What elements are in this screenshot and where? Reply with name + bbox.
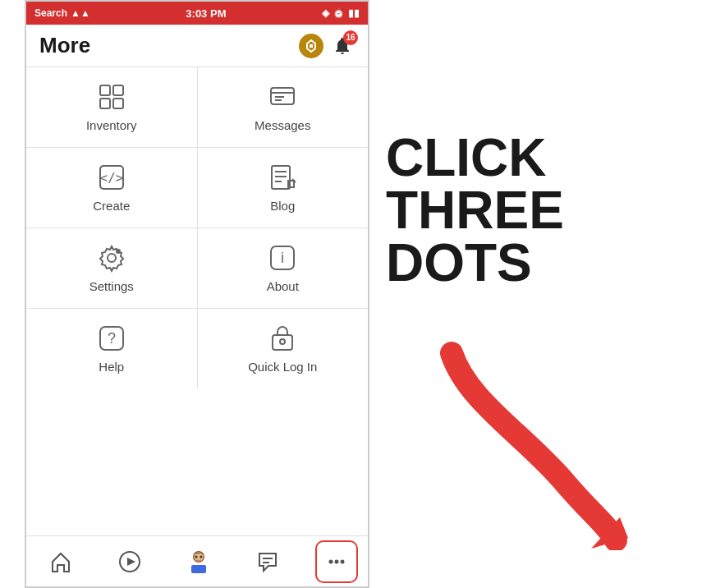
- signal-icon: ▲▲: [71, 7, 90, 19]
- svg-point-34: [335, 559, 339, 563]
- battery-icon: ▮▮: [348, 7, 360, 19]
- svg-text:i: i: [281, 250, 284, 266]
- home-icon: [49, 550, 72, 573]
- status-bar-right: ◈ ⏰ ▮▮: [322, 7, 360, 19]
- help-icon: ?: [97, 324, 126, 353]
- avatar-icon: [186, 549, 212, 575]
- svg-rect-22: [273, 335, 292, 350]
- create-icon: </>: [97, 163, 126, 192]
- page-title: More: [39, 33, 90, 58]
- help-label: Help: [99, 360, 124, 374]
- svg-text:</>: </>: [99, 170, 123, 186]
- status-bar: Search ▲▲ 3:03 PM ◈ ⏰ ▮▮: [26, 2, 368, 25]
- svg-text:?: ?: [108, 330, 116, 347]
- svg-rect-3: [113, 85, 123, 95]
- nav-play[interactable]: [108, 540, 151, 583]
- nav-home[interactable]: [39, 540, 82, 583]
- annotation-overlay: CLICK THREE DOTS: [378, 66, 690, 558]
- svg-rect-2: [100, 85, 110, 95]
- nav-avatar[interactable]: [177, 540, 220, 583]
- settings-icon: [97, 243, 126, 273]
- about-label: About: [267, 279, 299, 293]
- menu-item-messages[interactable]: Messages: [198, 67, 369, 147]
- phone-frame: Search ▲▲ 3:03 PM ◈ ⏰ ▮▮ More 16: [25, 0, 369, 588]
- status-bar-left: Search ▲▲: [34, 7, 90, 19]
- search-label: Search: [34, 7, 67, 19]
- notification-badge: 16: [343, 30, 358, 45]
- status-bar-time: 3:03 PM: [186, 7, 226, 20]
- annotation-arrow: [402, 337, 649, 550]
- svg-rect-4: [100, 99, 110, 108]
- menu-item-about[interactable]: i About: [198, 228, 369, 308]
- more-dots-icon: [325, 550, 348, 573]
- robux-icon[interactable]: [299, 34, 323, 58]
- svg-marker-36: [591, 517, 628, 549]
- menu-item-settings[interactable]: Settings: [26, 228, 197, 308]
- svg-point-29: [195, 555, 198, 558]
- blog-label: Blog: [270, 199, 295, 213]
- menu-item-inventory[interactable]: Inventory: [26, 67, 197, 147]
- quicklogin-icon: [268, 324, 297, 353]
- svg-point-35: [341, 559, 345, 563]
- svg-point-33: [329, 559, 333, 563]
- settings-label: Settings: [89, 279, 134, 293]
- quicklogin-label: Quick Log In: [248, 360, 317, 374]
- inventory-icon: [97, 82, 126, 112]
- menu-item-quicklogin[interactable]: Quick Log In: [198, 309, 369, 388]
- nav-more[interactable]: [315, 540, 358, 583]
- notification-icon[interactable]: 16: [330, 34, 355, 58]
- bottom-nav: [26, 535, 369, 586]
- blog-icon: [268, 163, 297, 192]
- inventory-label: Inventory: [86, 118, 137, 132]
- menu-grid: Inventory Messages: [26, 67, 368, 388]
- header-icons: 16: [299, 34, 355, 58]
- svg-point-16: [108, 254, 116, 262]
- location-icon: ◈: [322, 7, 329, 19]
- nav-chat[interactable]: [246, 540, 289, 583]
- svg-point-17: [116, 249, 121, 254]
- svg-marker-25: [127, 558, 135, 566]
- svg-rect-27: [191, 565, 206, 573]
- annotation-text: CLICK THREE DOTS: [386, 131, 690, 289]
- svg-point-23: [280, 339, 285, 344]
- about-icon: i: [268, 243, 297, 273]
- chat-icon: [256, 550, 279, 573]
- create-label: Create: [93, 199, 130, 213]
- menu-item-help[interactable]: ? Help: [26, 309, 197, 388]
- menu-item-blog[interactable]: Blog: [198, 148, 369, 227]
- messages-label: Messages: [255, 118, 310, 132]
- alarm-icon: ⏰: [333, 7, 345, 19]
- menu-item-create[interactable]: </> Create: [26, 148, 197, 227]
- play-icon: [118, 550, 141, 573]
- svg-rect-5: [113, 99, 123, 108]
- messages-icon: [268, 82, 297, 112]
- svg-rect-1: [310, 44, 313, 48]
- app-header: More 16: [26, 25, 368, 67]
- menu-content: Inventory Messages: [26, 67, 368, 537]
- svg-point-30: [200, 555, 203, 558]
